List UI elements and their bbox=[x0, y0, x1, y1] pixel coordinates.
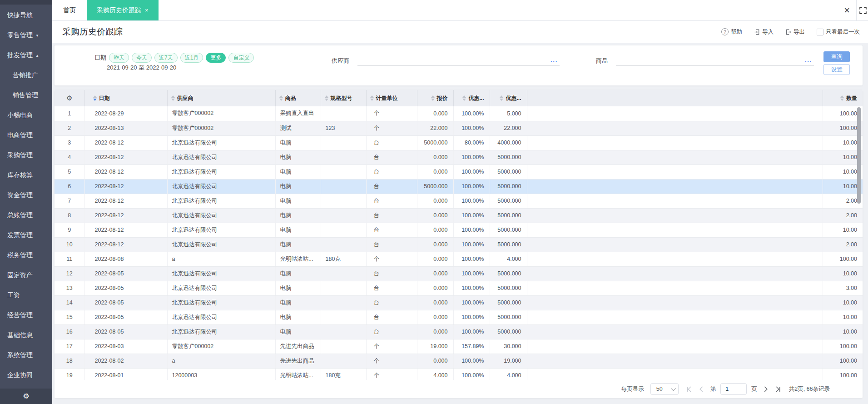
sidebar-item-14[interactable]: 固定资产 bbox=[0, 265, 52, 285]
table-row[interactable]: 62022-08-12北京迅达有限公司电脑台5000.000100.00%500… bbox=[55, 179, 863, 194]
column-header-discount-rate[interactable]: 优惠... bbox=[468, 95, 484, 102]
column-header-supplier[interactable]: 供应商 bbox=[177, 95, 193, 102]
query-button[interactable]: 查询 bbox=[823, 51, 850, 62]
date-cell: 2022-08-05 bbox=[84, 310, 167, 324]
table-row[interactable]: 12022-08-29零散客户000002采购直入直出个0.000100.00%… bbox=[55, 106, 863, 121]
next-page-button[interactable] bbox=[762, 385, 770, 393]
sort-icon[interactable] bbox=[462, 95, 466, 101]
unit-cell: 台 bbox=[366, 266, 417, 281]
table-row[interactable]: 82022-08-12北京迅达有限公司电脑台0.000100.00%5000.0… bbox=[55, 208, 863, 223]
page-number-input[interactable] bbox=[720, 383, 747, 395]
per-page-select[interactable]: 50 bbox=[650, 383, 679, 395]
column-header-product[interactable]: 商品 bbox=[285, 95, 296, 102]
column-header-price[interactable]: 报价 bbox=[437, 95, 448, 102]
sort-icon[interactable] bbox=[431, 95, 435, 101]
column-header-discount-price[interactable]: 优惠... bbox=[506, 95, 521, 102]
table-row[interactable]: 152022-08-05北京迅达有限公司电脑台0.000100.00%5000.… bbox=[55, 310, 863, 324]
spec-cell: 123 bbox=[321, 121, 366, 135]
filler-cell bbox=[527, 339, 823, 354]
sort-icon[interactable] bbox=[500, 95, 503, 101]
settings-button[interactable]: 设置 bbox=[823, 64, 850, 75]
export-button[interactable]: 导出 bbox=[785, 28, 805, 36]
fullscreen-icon[interactable] bbox=[857, 7, 868, 14]
supplier-input[interactable]: ··· bbox=[357, 55, 560, 66]
sidebar-item-17[interactable]: 基础信息 bbox=[0, 325, 52, 345]
table-row[interactable]: 102022-08-12北京迅达有限公司电脑台0.000100.00%5000.… bbox=[55, 237, 863, 252]
sidebar-item-16[interactable]: 经营管理 bbox=[0, 305, 52, 325]
qty-cell: 10.00 bbox=[823, 150, 863, 165]
sidebar-item-8[interactable]: 采购管理 bbox=[0, 145, 52, 165]
sidebar-item-15[interactable]: 工资 bbox=[0, 285, 52, 305]
sidebar-item-2[interactable]: 零售管理▼ bbox=[0, 25, 52, 45]
tab-close-icon[interactable]: × bbox=[145, 7, 149, 14]
prev-page-button[interactable] bbox=[698, 385, 706, 393]
close-icon[interactable]: × bbox=[838, 5, 856, 15]
table-row[interactable]: 32022-08-12北京迅达有限公司电脑台5000.00080.00%4000… bbox=[55, 135, 863, 150]
sidebar-item-7[interactable]: 电商管理 bbox=[0, 125, 52, 145]
sort-icon[interactable] bbox=[279, 95, 283, 101]
import-button[interactable]: 导入 bbox=[754, 28, 774, 36]
price-cell: 0.000 bbox=[417, 252, 453, 266]
table-row[interactable]: 162022-08-05北京迅达有限公司电脑台0.000100.00%5000.… bbox=[55, 324, 863, 339]
column-header-spec[interactable]: 规格型号 bbox=[331, 95, 352, 102]
sidebar-item-9[interactable]: 库存核算 bbox=[0, 165, 52, 185]
vertical-scrollbar[interactable] bbox=[857, 107, 861, 204]
sidebar-item-4[interactable]: 营销推广 bbox=[0, 65, 52, 85]
column-settings-icon[interactable]: ⚙ bbox=[66, 94, 72, 102]
sidebar-item-3[interactable]: 批发管理▲ bbox=[0, 45, 52, 65]
table-row[interactable]: 172022-08-03零散客户000002先进先出商品个19.000157.8… bbox=[55, 339, 863, 354]
only-last-checkbox[interactable] bbox=[817, 29, 823, 35]
sidebar-item-10[interactable]: 资金管理 bbox=[0, 185, 52, 205]
product-input[interactable]: ··· bbox=[616, 55, 814, 66]
table-row[interactable]: 92022-08-12北京迅达有限公司电脑台0.000100.00%5000.0… bbox=[55, 223, 863, 237]
column-header-unit[interactable]: 计量单位 bbox=[376, 95, 398, 102]
date-quick-1month[interactable]: 近1月 bbox=[180, 53, 203, 63]
discount-rate-cell: 100.00% bbox=[453, 295, 490, 310]
gear-icon[interactable]: ⚙ bbox=[23, 393, 29, 400]
last-page-button[interactable] bbox=[774, 385, 783, 393]
qty-cell: 2.00 bbox=[823, 237, 863, 252]
table-row[interactable]: 52022-08-12北京迅达有限公司电脑台0.000100.00%5000.0… bbox=[55, 165, 863, 179]
date-quick-today[interactable]: 今天 bbox=[132, 53, 152, 63]
only-last-toggle[interactable]: 只看最后一次 bbox=[817, 28, 860, 36]
sidebar-item-18[interactable]: 系统管理 bbox=[0, 345, 52, 365]
sort-icon[interactable] bbox=[171, 95, 175, 101]
date-custom-button[interactable]: 自定义 bbox=[228, 53, 254, 63]
table-row[interactable]: 182022-08-02a先进先出商品个0.000100.00%19.00010… bbox=[55, 354, 863, 368]
product-picker-icon[interactable]: ··· bbox=[805, 58, 814, 65]
table-row[interactable]: 122022-08-05北京迅达有限公司电脑台0.000100.00%5000.… bbox=[55, 266, 863, 281]
sidebar-item-6[interactable]: 小畅电商 bbox=[0, 105, 52, 125]
sort-icon[interactable] bbox=[370, 95, 374, 101]
date-quick-7days[interactable]: 近7天 bbox=[154, 53, 178, 63]
help-button[interactable]: ? 帮助 bbox=[721, 28, 742, 36]
column-header-qty[interactable]: 数量 bbox=[846, 95, 857, 102]
sort-icon[interactable] bbox=[840, 95, 844, 101]
table-row[interactable]: 142022-08-05北京迅达有限公司电脑台0.000100.00%5000.… bbox=[55, 295, 863, 310]
first-page-button[interactable] bbox=[685, 385, 693, 393]
price-cell: 0.000 bbox=[417, 194, 453, 208]
table-row[interactable]: 22022-08-13零散客户000002测试123个22.000100.00%… bbox=[55, 121, 863, 135]
discount-price-cell: 30.000 bbox=[490, 339, 527, 354]
table-row[interactable]: 132022-08-05北京迅达有限公司电脑台0.000100.00%5000.… bbox=[55, 281, 863, 295]
sort-icon[interactable] bbox=[325, 95, 328, 101]
date-cell: 2022-08-05 bbox=[84, 281, 167, 295]
column-header-date[interactable]: 日期 bbox=[99, 95, 110, 102]
supplier-picker-icon[interactable]: ··· bbox=[551, 58, 560, 65]
date-quick-yesterday[interactable]: 昨天 bbox=[109, 53, 129, 63]
tab-home[interactable]: 首页 bbox=[52, 0, 87, 20]
sidebar-item-5[interactable]: 销售管理 bbox=[0, 85, 52, 105]
sidebar-item-1[interactable]: 快捷导航 bbox=[0, 5, 52, 25]
table-row[interactable]: 112022-08-08a光明咕浓咕...180克个0.000100.00%4.… bbox=[55, 252, 863, 266]
sidebar-item-19[interactable]: 企业协同 bbox=[0, 365, 52, 385]
table-row[interactable]: 72022-08-12北京迅达有限公司电脑台0.000100.00%5000.0… bbox=[55, 194, 863, 208]
table-row[interactable]: 42022-08-12北京迅达有限公司电脑台0.000100.00%5000.0… bbox=[55, 150, 863, 165]
tab-purchase-history[interactable]: 采购历史价跟踪 × bbox=[87, 0, 159, 20]
discount-price-cell: 5000.000 bbox=[490, 310, 527, 324]
sort-icon[interactable] bbox=[93, 95, 97, 101]
sidebar-item-13[interactable]: 税务管理 bbox=[0, 245, 52, 265]
date-range-value[interactable]: 2021-09-20 至 2022-09-20 bbox=[107, 64, 176, 72]
date-more-button[interactable]: 更多 bbox=[206, 53, 226, 63]
sidebar-item-12[interactable]: 发票管理 bbox=[0, 225, 52, 245]
sidebar-item-11[interactable]: 总账管理 bbox=[0, 205, 52, 225]
spec-cell bbox=[321, 208, 366, 223]
